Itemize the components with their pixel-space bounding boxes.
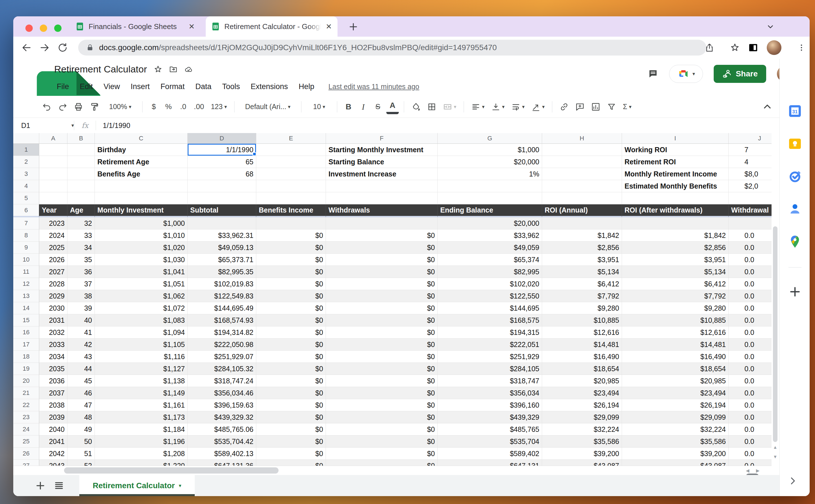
row-header-7[interactable]: 7 bbox=[13, 217, 39, 229]
cell-F9[interactable]: $0 bbox=[326, 242, 438, 254]
cell-A12[interactable]: 2028 bbox=[39, 278, 67, 290]
cell-B11[interactable]: 36 bbox=[67, 266, 95, 278]
cell-C15[interactable]: $1,083 bbox=[95, 314, 188, 326]
row-header-25[interactable]: 25 bbox=[13, 436, 39, 448]
horizontal-scrollbar-thumb[interactable] bbox=[64, 467, 279, 474]
redo-icon[interactable] bbox=[56, 100, 69, 114]
cell-C12[interactable]: $1,051 bbox=[95, 278, 188, 290]
cell-H23[interactable]: $29,099 bbox=[542, 411, 622, 423]
minimize-window-button[interactable] bbox=[40, 25, 47, 32]
row-header-2[interactable]: 2 bbox=[13, 156, 39, 168]
row-header-22[interactable]: 22 bbox=[13, 399, 39, 411]
cell-A15[interactable]: 2031 bbox=[39, 314, 67, 326]
text-color-button[interactable]: A bbox=[386, 100, 399, 114]
cell-F21[interactable]: $0 bbox=[326, 387, 438, 399]
cell-F15[interactable]: $0 bbox=[326, 314, 438, 326]
cell-E2[interactable] bbox=[256, 156, 326, 168]
cell-H7[interactable] bbox=[542, 217, 622, 229]
cell-G19[interactable]: $284,105 bbox=[438, 363, 542, 375]
cell-F20[interactable]: $0 bbox=[326, 375, 438, 387]
reload-icon[interactable] bbox=[57, 42, 68, 53]
text-rotation-icon[interactable]: ▾ bbox=[529, 100, 547, 114]
cell-B12[interactable]: 37 bbox=[67, 278, 95, 290]
cell-E9[interactable]: $0 bbox=[256, 242, 326, 254]
cell-E19[interactable]: $0 bbox=[256, 363, 326, 375]
cell-G4[interactable] bbox=[438, 180, 542, 192]
sheet-tab-retirement-calculator[interactable]: Retirement Calculator ▾ bbox=[79, 475, 195, 496]
cell-G1[interactable]: $1,000 bbox=[438, 144, 542, 156]
zoom-window-button[interactable] bbox=[54, 25, 61, 32]
cell-A22[interactable]: 2038 bbox=[39, 399, 67, 411]
table-header-H[interactable]: ROI (Annual) bbox=[542, 204, 622, 217]
back-icon[interactable] bbox=[21, 42, 32, 53]
cell-B27[interactable]: 52 bbox=[67, 460, 95, 466]
cell-H2[interactable] bbox=[542, 156, 622, 168]
cell-A25[interactable]: 2041 bbox=[39, 436, 67, 448]
cell-I10[interactable]: $3,951 bbox=[622, 254, 729, 266]
decrease-decimals-button[interactable]: .0 bbox=[177, 100, 189, 114]
cell-I5[interactable] bbox=[622, 192, 729, 204]
cell-A11[interactable]: 2027 bbox=[39, 266, 67, 278]
cell-G7[interactable]: $20,000 bbox=[438, 217, 542, 229]
cell-D21[interactable]: $356,034.46 bbox=[188, 387, 256, 399]
table-header-J[interactable]: Withdrawal bbox=[729, 204, 772, 217]
row-header-19[interactable]: 19 bbox=[13, 363, 39, 375]
close-tab-icon[interactable]: ✕ bbox=[326, 23, 332, 30]
cell-E14[interactable]: $0 bbox=[256, 302, 326, 314]
cell-E27[interactable]: $0 bbox=[256, 460, 326, 466]
cell-F5[interactable] bbox=[326, 192, 438, 204]
row-header-4[interactable]: 4 bbox=[13, 180, 39, 192]
row-header-10[interactable]: 10 bbox=[13, 254, 39, 266]
undo-icon[interactable] bbox=[40, 100, 54, 114]
cell-G22[interactable]: $396,160 bbox=[438, 399, 542, 411]
cell-A2[interactable] bbox=[39, 156, 67, 168]
column-header-F[interactable]: F bbox=[326, 133, 438, 144]
cell-I17[interactable]: $14,481 bbox=[622, 339, 729, 351]
cell-D1[interactable]: 1/1/1990 bbox=[188, 144, 256, 156]
row-header-13[interactable]: 13 bbox=[13, 290, 39, 302]
cell-C9[interactable]: $1,020 bbox=[95, 242, 188, 254]
cell-A8[interactable]: 2024 bbox=[39, 229, 67, 242]
cell-C20[interactable]: $1,138 bbox=[95, 375, 188, 387]
cell-J21[interactable]: 0.0 bbox=[729, 387, 772, 399]
scroll-up-icon[interactable]: ▲ bbox=[773, 445, 777, 450]
cell-E12[interactable]: $0 bbox=[256, 278, 326, 290]
cell-C13[interactable]: $1,062 bbox=[95, 290, 188, 302]
cell-G14[interactable]: $144,695 bbox=[438, 302, 542, 314]
cell-D4[interactable] bbox=[188, 180, 256, 192]
move-to-folder-icon[interactable] bbox=[169, 65, 177, 74]
column-header-I[interactable]: I bbox=[622, 133, 729, 144]
cell-C11[interactable]: $1,041 bbox=[95, 266, 188, 278]
cell-G27[interactable]: $647,131 bbox=[438, 460, 542, 466]
cell-F13[interactable]: $0 bbox=[326, 290, 438, 302]
fill-color-icon[interactable] bbox=[409, 100, 423, 114]
cell-J11[interactable]: 0.0 bbox=[729, 266, 772, 278]
table-header-D[interactable]: Subtotal bbox=[188, 204, 256, 217]
cell-E13[interactable]: $0 bbox=[256, 290, 326, 302]
bookmark-star-icon[interactable] bbox=[730, 43, 740, 52]
cell-B9[interactable]: 34 bbox=[67, 242, 95, 254]
cell-F7[interactable] bbox=[326, 217, 438, 229]
cell-E16[interactable]: $0 bbox=[256, 326, 326, 339]
cell-D8[interactable]: $33,962.31 bbox=[188, 229, 256, 242]
row-header-3[interactable]: 3 bbox=[13, 168, 39, 180]
cell-D25[interactable]: $535,704.42 bbox=[188, 436, 256, 448]
cell-G26[interactable]: $589,402 bbox=[438, 448, 542, 460]
cell-J25[interactable]: 0.0 bbox=[729, 436, 772, 448]
cell-G20[interactable]: $318,747 bbox=[438, 375, 542, 387]
star-document-icon[interactable] bbox=[154, 65, 162, 74]
cell-D22[interactable]: $396,159.63 bbox=[188, 399, 256, 411]
cell-G2[interactable]: $20,000 bbox=[438, 156, 542, 168]
collapse-toolbar-icon[interactable] bbox=[762, 101, 773, 112]
cell-F10[interactable]: $0 bbox=[326, 254, 438, 266]
cell-B1[interactable] bbox=[67, 144, 95, 156]
cell-G9[interactable]: $49,059 bbox=[438, 242, 542, 254]
cell-F23[interactable]: $0 bbox=[326, 411, 438, 423]
row-header-27[interactable]: 27 bbox=[13, 460, 39, 466]
cell-B23[interactable]: 48 bbox=[67, 411, 95, 423]
cell-D11[interactable]: $82,995.35 bbox=[188, 266, 256, 278]
table-header-I[interactable]: ROI (After withdrawals) bbox=[622, 204, 729, 217]
last-edit-link[interactable]: Last edit was 11 minutes ago bbox=[329, 83, 419, 91]
cell-H4[interactable] bbox=[542, 180, 622, 192]
name-box[interactable]: D1 ▾ bbox=[13, 118, 74, 133]
